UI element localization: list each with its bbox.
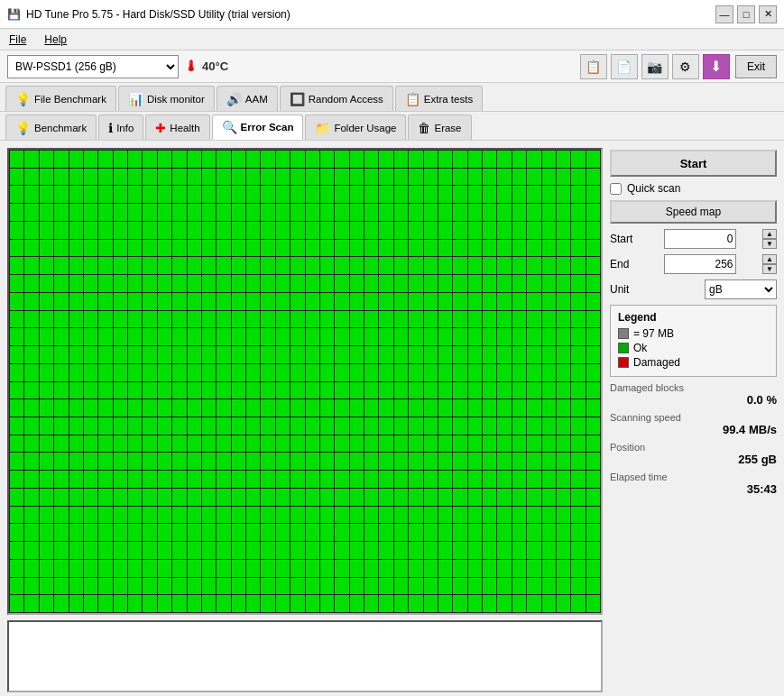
start-spin-up[interactable]: ▲ <box>762 229 777 239</box>
grid-cell <box>586 311 600 328</box>
drive-selector[interactable]: BW-PSSD1 (256 gB) <box>7 55 179 78</box>
exit-button[interactable]: Exit <box>735 55 777 78</box>
grid-cell <box>232 560 245 577</box>
maximize-button[interactable]: □ <box>737 5 755 23</box>
grid-cell <box>424 186 438 203</box>
grid-cell <box>571 151 585 168</box>
tab-aam[interactable]: 🔊 AAM <box>217 86 278 111</box>
grid-cell <box>114 346 127 363</box>
start-button[interactable]: Start <box>610 150 777 177</box>
grid-cell <box>84 507 97 524</box>
position-stat: Position 255 gB <box>610 442 777 466</box>
folder-usage-icon: 📁 <box>315 121 330 135</box>
grid-cell <box>394 240 408 257</box>
settings-icon-btn[interactable]: ⚙ <box>672 54 699 79</box>
grid-cell <box>24 364 38 381</box>
grid-cell <box>69 151 83 168</box>
copy-icon-btn[interactable]: 📄 <box>611 54 638 79</box>
end-spin-down[interactable]: ▼ <box>762 264 777 274</box>
grid-cell <box>571 257 585 274</box>
download-icon-btn[interactable]: ⬇ <box>703 54 730 79</box>
help-menu[interactable]: Help <box>41 32 70 47</box>
end-spin-up[interactable]: ▲ <box>762 254 777 264</box>
grid-cell <box>246 186 260 203</box>
grid-cell <box>84 169 97 186</box>
grid-cell <box>379 257 392 274</box>
grid-cell <box>54 222 68 239</box>
grid-cell <box>40 293 53 310</box>
grid-cell <box>364 524 378 541</box>
grid-cell <box>84 240 97 257</box>
grid-cell <box>98 489 112 506</box>
grid-cell <box>128 399 142 417</box>
camera-icon-btn[interactable]: 📷 <box>641 54 669 79</box>
unit-selector[interactable]: MB gB TB <box>705 279 777 299</box>
grid-cell <box>143 453 156 470</box>
close-button[interactable]: ✕ <box>759 5 777 23</box>
grid-cell <box>424 578 438 595</box>
tab-erase[interactable]: 🗑 Erase <box>408 114 471 140</box>
legend-ok-row: Ok <box>618 342 769 354</box>
quick-scan-checkbox[interactable] <box>610 183 622 195</box>
tab-disk-monitor[interactable]: 📊 Disk monitor <box>118 86 215 111</box>
grid-cell <box>350 399 364 417</box>
grid-cell <box>483 275 496 292</box>
start-param-input[interactable] <box>664 229 736 249</box>
speed-map-button[interactable]: Speed map <box>610 200 777 224</box>
grid-cell <box>306 507 319 524</box>
grid-cell <box>527 382 540 399</box>
grid-cell <box>497 382 511 399</box>
grid-cell <box>306 471 319 488</box>
info-icon-btn[interactable]: 📋 <box>580 54 607 79</box>
end-param-input[interactable] <box>664 254 736 274</box>
grid-cell <box>114 364 127 381</box>
grid-cell <box>512 169 526 186</box>
tab-error-scan[interactable]: 🔍 Error Scan <box>212 114 304 140</box>
grid-cell <box>143 507 156 524</box>
grid-cell <box>24 489 38 506</box>
grid-cell <box>483 524 496 541</box>
tab-info[interactable]: ℹ Info <box>98 114 143 140</box>
tab-health[interactable]: ✚ Health <box>145 114 209 140</box>
grid-cell <box>10 507 23 524</box>
grid-cell <box>114 328 127 345</box>
grid-cell <box>379 524 392 541</box>
grid-cell <box>202 507 216 524</box>
grid-cell <box>438 417 452 435</box>
grid-cell <box>424 169 438 186</box>
grid-cell <box>409 399 422 417</box>
grid-cell <box>40 399 53 417</box>
grid-cell <box>188 382 201 399</box>
tab-folder-usage[interactable]: 📁 Folder Usage <box>305 114 406 140</box>
grid-cell <box>143 311 156 328</box>
damaged-blocks-value: 0.0 % <box>610 393 777 407</box>
tab-extra-tests[interactable]: 📋 Extra tests <box>395 86 483 111</box>
grid-cell <box>335 311 348 328</box>
grid-cell <box>40 595 53 612</box>
tab-random-access[interactable]: 🔲 Random Access <box>280 86 393 111</box>
grid-cell <box>158 293 171 310</box>
grid-cell <box>172 204 186 221</box>
grid-cell <box>320 578 334 595</box>
grid-cell <box>468 275 482 292</box>
start-spin-down[interactable]: ▼ <box>762 239 777 249</box>
grid-cell <box>188 151 201 168</box>
grid-cell <box>438 311 452 328</box>
grid-cell <box>497 204 511 221</box>
tab-benchmark[interactable]: 💡 Benchmark <box>5 114 97 140</box>
minimize-button[interactable]: — <box>715 5 733 23</box>
grid-cell <box>114 524 127 541</box>
file-menu[interactable]: File <box>5 32 30 47</box>
grid-cell <box>424 240 438 257</box>
tab-file-benchmark[interactable]: 💡 File Benchmark <box>5 86 116 111</box>
grid-cell <box>114 489 127 506</box>
grid-cell <box>557 222 570 239</box>
grid-cell <box>571 169 585 186</box>
grid-cell <box>276 275 290 292</box>
grid-cell <box>571 204 585 221</box>
grid-cell <box>291 257 304 274</box>
grid-cell <box>497 399 511 417</box>
grid-cell <box>497 560 511 577</box>
grid-cell <box>542 151 556 168</box>
grid-cell <box>172 275 186 292</box>
